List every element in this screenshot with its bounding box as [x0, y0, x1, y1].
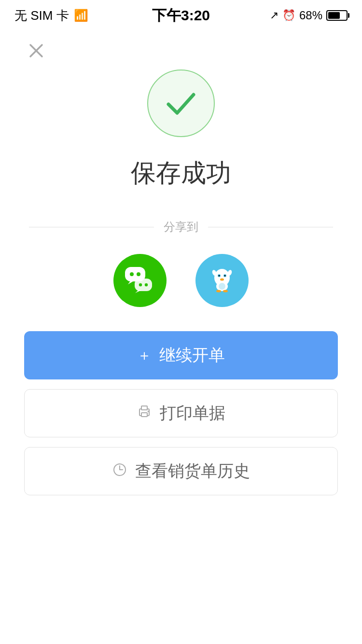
success-title: 保存成功: [131, 156, 231, 190]
svg-point-13: [219, 275, 220, 277]
close-button[interactable]: [24, 39, 48, 63]
svg-rect-24: [141, 413, 147, 417]
svg-rect-23: [141, 406, 147, 410]
qq-logo: [207, 265, 237, 296]
print-label: 打印单据: [160, 402, 225, 424]
continue-order-label: 继续开单: [159, 344, 225, 366]
battery-icon: [326, 10, 348, 21]
checkmark-icon: [164, 86, 198, 121]
svg-point-19: [223, 290, 228, 293]
buttons-section: ＋ 继续开单 打印单据 查看销货单历史: [0, 331, 362, 495]
continue-order-button[interactable]: ＋ 继续开单: [24, 331, 338, 379]
status-time: 下午3:20: [152, 6, 210, 26]
status-right: ↗ ⏰ 68%: [270, 9, 348, 22]
svg-point-8: [145, 283, 148, 286]
sim-status: 无 SIM 卡: [14, 7, 69, 24]
history-button[interactable]: 查看销货单历史: [24, 447, 338, 495]
main-content: 保存成功 分享到: [0, 31, 362, 495]
svg-point-18: [216, 290, 221, 293]
wifi-icon: 📶: [74, 9, 88, 22]
success-icon-circle: [147, 70, 215, 137]
status-bar: 无 SIM 卡 📶 下午3:20 ↗ ⏰ 68%: [0, 0, 362, 31]
history-label: 查看销货单历史: [135, 460, 250, 482]
share-label: 分享到: [154, 219, 208, 235]
svg-point-7: [139, 283, 142, 286]
print-icon: [137, 404, 152, 423]
wechat-logo: [124, 267, 156, 294]
svg-point-25: [148, 410, 149, 412]
battery-percent: 68%: [299, 9, 322, 22]
svg-rect-6: [135, 279, 152, 291]
share-icons: [113, 254, 249, 307]
print-button[interactable]: 打印单据: [24, 389, 338, 437]
share-divider: 分享到: [0, 219, 362, 235]
alarm-icon: ⏰: [282, 9, 295, 22]
svg-point-14: [224, 275, 226, 277]
svg-point-3: [130, 272, 134, 276]
location-icon: ↗: [270, 9, 278, 22]
plus-icon: ＋: [137, 346, 152, 365]
status-left: 无 SIM 卡 📶: [14, 7, 88, 24]
share-section: 分享到: [0, 219, 362, 307]
svg-point-17: [219, 283, 225, 290]
svg-point-15: [220, 279, 224, 281]
history-icon: [112, 462, 127, 481]
svg-point-4: [137, 272, 140, 276]
wechat-share-button[interactable]: [113, 254, 167, 307]
qq-share-button[interactable]: [195, 254, 249, 307]
